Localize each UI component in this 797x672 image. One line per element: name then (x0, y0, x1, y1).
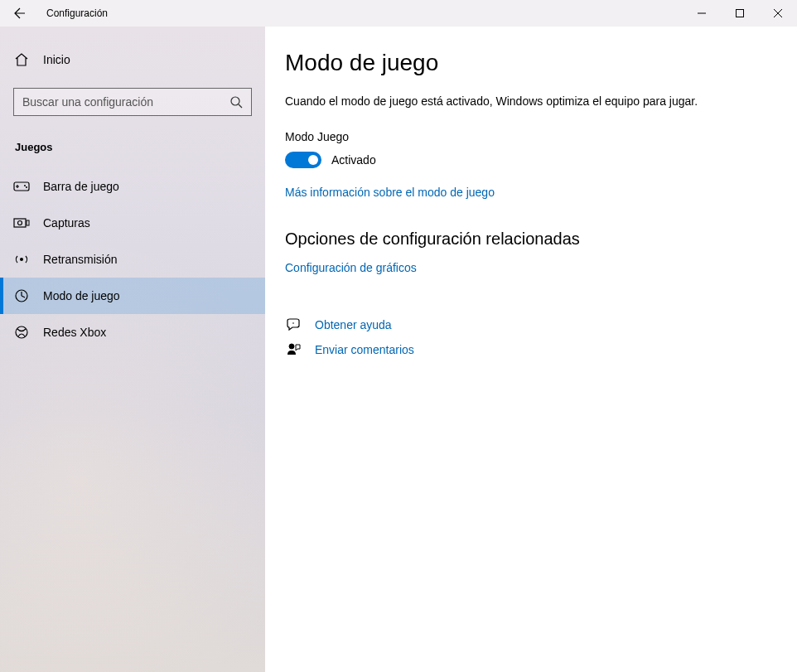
svg-point-1 (231, 97, 239, 105)
svg-point-3 (24, 185, 26, 186)
get-help-link[interactable]: Obtener ayuda (315, 318, 392, 331)
arrow-left-icon (13, 7, 27, 20)
svg-rect-7 (27, 220, 29, 225)
home-nav[interactable]: Inicio (0, 43, 265, 76)
maximize-icon (736, 9, 744, 17)
search-icon (229, 95, 243, 109)
section-header: Juegos (0, 133, 265, 168)
titlebar: Configuración (0, 0, 797, 27)
minimize-icon (698, 9, 706, 17)
toggle-state: Activado (331, 153, 376, 167)
svg-rect-0 (737, 10, 744, 17)
sidebar-item-captures[interactable]: Capturas (0, 205, 265, 241)
sidebar-item-label: Capturas (43, 216, 90, 230)
close-button[interactable] (759, 0, 797, 27)
sidebar-item-gamemode[interactable]: Modo de juego (0, 278, 265, 314)
sidebar-item-broadcast[interactable]: Retransmisión (0, 241, 265, 278)
broadcast-icon (13, 251, 30, 268)
svg-point-11 (292, 322, 294, 324)
search-input[interactable] (22, 95, 229, 109)
sidebar-item-label: Modo de juego (43, 289, 120, 302)
gamemode-toggle[interactable] (285, 152, 321, 168)
page-title: Modo de juego (285, 50, 764, 76)
help-icon (285, 317, 302, 333)
gamemode-icon (13, 288, 30, 304)
learn-more-link[interactable]: Más información sobre el modo de juego (285, 186, 495, 199)
sidebar: Inicio Juegos Barra de juego Capturas (0, 27, 265, 672)
maximize-button[interactable] (721, 0, 759, 27)
svg-point-10 (16, 326, 27, 338)
svg-rect-5 (14, 219, 26, 227)
description: Cuando el modo de juego está activado, W… (285, 93, 716, 110)
sidebar-item-label: Redes Xbox (43, 326, 106, 339)
window-title: Configuración (46, 7, 108, 19)
toggle-knob (308, 155, 318, 165)
sidebar-item-gamebar[interactable]: Barra de juego (0, 168, 265, 205)
feedback-icon (285, 341, 302, 358)
related-header: Opciones de configuración relacionadas (285, 230, 764, 249)
search-box[interactable] (13, 88, 252, 116)
sidebar-item-label: Retransmisión (43, 253, 117, 266)
back-button[interactable] (0, 0, 40, 27)
minimize-button[interactable] (683, 0, 721, 27)
captures-icon (13, 215, 30, 231)
close-icon (774, 9, 782, 17)
svg-point-12 (289, 344, 294, 349)
sidebar-item-label: Barra de juego (43, 180, 119, 193)
home-icon (13, 51, 30, 68)
main-content: Modo de juego Cuando el modo de juego es… (265, 27, 797, 672)
toggle-label: Modo Juego (285, 130, 764, 143)
sidebar-item-xbox[interactable]: Redes Xbox (0, 314, 265, 351)
xbox-icon (13, 324, 30, 341)
home-label: Inicio (43, 53, 70, 66)
svg-point-8 (20, 258, 23, 261)
svg-point-4 (26, 186, 27, 188)
window-controls (683, 0, 797, 27)
graphics-settings-link[interactable]: Configuración de gráficos (285, 261, 417, 274)
feedback-link[interactable]: Enviar comentarios (315, 343, 414, 356)
svg-point-6 (18, 221, 22, 225)
gamebar-icon (13, 178, 30, 195)
